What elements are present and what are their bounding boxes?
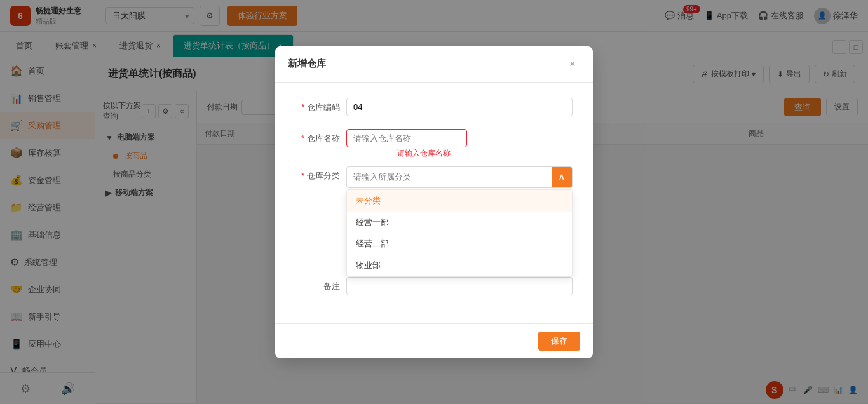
code-input[interactable] bbox=[346, 98, 573, 116]
category-dropdown: 未分类 经营一部 经营二部 物业部 bbox=[346, 189, 573, 277]
dropdown-item-ops1[interactable]: 经营一部 bbox=[347, 212, 572, 233]
category-toggle-button[interactable]: ∧ bbox=[552, 167, 572, 187]
save-button[interactable]: 保存 bbox=[538, 332, 580, 351]
add-warehouse-dialog: 新增仓库 × 仓库编码 仓库名称 请输入仓库名称 仓库分类 bbox=[275, 46, 593, 358]
dropdown-item-uncategorized[interactable]: 未分类 bbox=[347, 190, 572, 212]
note-form-row: 备注 bbox=[295, 277, 573, 295]
modal-overlay: 新增仓库 × 仓库编码 仓库名称 请输入仓库名称 仓库分类 bbox=[0, 0, 868, 404]
name-input-wrap: 请输入仓库名称 bbox=[346, 129, 573, 147]
name-form-row: 仓库名称 请输入仓库名称 bbox=[295, 129, 573, 147]
note-input[interactable] bbox=[346, 277, 573, 295]
dropdown-item-ops2[interactable]: 经营二部 bbox=[347, 233, 572, 255]
category-input-wrap: ∧ 未分类 经营一部 经营二部 物业部 bbox=[346, 166, 573, 188]
category-label: 仓库分类 bbox=[295, 166, 346, 182]
dropdown-item-property[interactable]: 物业部 bbox=[347, 255, 572, 276]
dialog-header: 新增仓库 × bbox=[275, 46, 593, 83]
category-input[interactable] bbox=[347, 168, 552, 185]
name-error-message: 请输入仓库名称 bbox=[397, 148, 451, 159]
category-form-row: 仓库分类 ∧ 未分类 经营一部 经营二部 物业部 bbox=[295, 166, 573, 188]
category-input-row: ∧ bbox=[346, 166, 573, 188]
code-form-row: 仓库编码 bbox=[295, 98, 573, 116]
dialog-close-button[interactable]: × bbox=[565, 57, 580, 72]
dialog-body: 仓库编码 仓库名称 请输入仓库名称 仓库分类 ∧ bbox=[275, 83, 593, 323]
note-label: 备注 bbox=[295, 277, 346, 292]
dialog-footer: 保存 bbox=[275, 323, 593, 358]
dialog-title: 新增仓库 bbox=[288, 58, 326, 70]
code-label: 仓库编码 bbox=[295, 98, 346, 113]
name-input[interactable] bbox=[346, 129, 467, 147]
name-label: 仓库名称 bbox=[295, 129, 346, 144]
